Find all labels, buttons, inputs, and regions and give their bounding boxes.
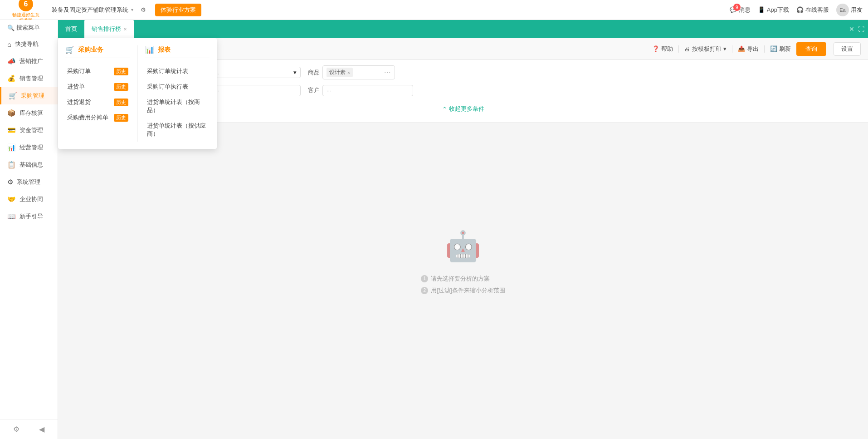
sidebar-item-label: 经营管理 (20, 143, 43, 152)
customer-label: 客户 (308, 86, 320, 94)
tab-home[interactable]: 首页 (58, 20, 84, 38)
tab-maximize-icon[interactable]: ⛶ (858, 25, 864, 33)
setting-button[interactable]: 设置 (834, 42, 861, 56)
gear-button[interactable]: ⚙ (137, 4, 150, 16)
sidebar-item-guide[interactable]: 📖 新手引导 (0, 208, 58, 225)
marketing-icon: 📣 (7, 57, 16, 65)
sidebar-item-label: 营销推广 (20, 57, 43, 65)
sidebar-item-label: 企业协同 (20, 195, 43, 203)
goods-more-icon[interactable]: ··· (384, 68, 391, 77)
tab-close-icon[interactable]: × (124, 26, 127, 32)
user-menu-button[interactable]: Ea 用友 (836, 4, 863, 16)
sales-icon: 💰 (7, 74, 16, 83)
dropdown-item-stock-stats-supplier[interactable]: 进货单统计表（按供应商） (145, 118, 210, 142)
system-title: 装备及固定资产辅助管理系统 ▾ (52, 6, 133, 14)
history-badge-0: 历史 (114, 68, 128, 75)
sidebar: 🔍 搜索菜单 ⌂ 快捷导航 📣 营销推广 💰 销售管理 🛒 采购管理 📦 (0, 20, 58, 439)
industry-button[interactable]: 体验行业方案 (155, 4, 201, 16)
system-title-arrow-icon[interactable]: ▾ (131, 7, 133, 12)
sidebar-item-label: 系统管理 (17, 178, 40, 186)
message-badge: 9 (733, 4, 741, 11)
empty-robot-icon: 🤖 (445, 229, 481, 263)
guide-icon: 📖 (7, 212, 16, 221)
message-button[interactable]: 💬 9 消息 (730, 6, 751, 14)
dropdown-item-stock-in[interactable]: 进货单 历史 (65, 79, 130, 94)
empty-text-item-1: 1 请先选择要分析的方案 (421, 273, 505, 285)
customer-select[interactable]: ··· (322, 85, 413, 96)
history-badge-2: 历史 (114, 99, 128, 106)
logo-area: 6 畅捷通好生意 标准版 (5, 0, 46, 23)
empty-text: 1 请先选择要分析的方案 2 用[过滤]条件来缩小分析范围 (421, 273, 505, 296)
management-icon: 📊 (7, 143, 16, 152)
dropdown-col-purchase: 🛒 采购业务 采购订单 历史 进货单 历史 进货退货 历史 采购费用分摊单 历史 (65, 45, 130, 142)
dropdown-item-stock-return[interactable]: 进货退货 历史 (65, 94, 130, 110)
step-2-icon: 2 (421, 287, 428, 294)
purchase-header-icon: 🛒 (65, 45, 74, 54)
settings-bottom-icon[interactable]: ⚙ (13, 425, 20, 434)
export-button[interactable]: 📤 导出 (738, 45, 759, 53)
app-download-button[interactable]: 📱 App下载 (758, 6, 789, 14)
search-menu-label: 搜索菜单 (16, 24, 40, 32)
system-title-text: 装备及固定资产辅助管理系统 (52, 6, 128, 14)
service-button[interactable]: 🎧 在线客服 (796, 6, 829, 14)
sidebar-item-label: 基础信息 (20, 161, 43, 169)
toolbar-divider-3 (764, 45, 765, 53)
tabs-bar: 首页 销售排行榜 × ✕ ⛶ (58, 20, 868, 38)
salesperson-select[interactable]: ··· (210, 85, 301, 96)
query-button[interactable]: 查询 (796, 42, 826, 56)
search-icon: 🔍 (7, 25, 15, 31)
sidebar-item-home[interactable]: ⌂ 快捷导航 (0, 35, 58, 53)
sidebar-item-cooperation[interactable]: 🤝 企业协同 (0, 191, 58, 208)
dropdown-item-order-stats[interactable]: 采购订单统计表 (145, 64, 210, 79)
collapse-icon: ⌃ (442, 106, 447, 113)
export-icon: 📤 (738, 45, 745, 52)
print-icon: 🖨 (684, 45, 690, 52)
sidebar-item-management[interactable]: 📊 经营管理 (0, 139, 58, 156)
sidebar-item-sales[interactable]: 💰 销售管理 (0, 70, 58, 87)
voucher-status-arrow-icon: ▾ (293, 69, 297, 76)
tab-close-all-icon[interactable]: ✕ (849, 25, 854, 33)
empty-state: 🤖 1 请先选择要分析的方案 2 用[过滤]条件来缩小分析范围 (58, 123, 868, 439)
dropdown-item-stock-stats-goods[interactable]: 进货单统计表（按商品） (145, 94, 210, 118)
tabs-right-icons: ✕ ⛶ (849, 25, 868, 33)
print-arrow-icon: ▾ (723, 45, 727, 52)
dropdown-item-purchase-order[interactable]: 采购订单 历史 (65, 64, 130, 79)
dropdown-col-purchase-header: 🛒 采购业务 (65, 45, 130, 58)
step-1-icon: 1 (421, 275, 428, 282)
tab-home-label: 首页 (65, 25, 77, 33)
filter-customer: 客户 ··· (308, 85, 413, 96)
collapse-sidebar-icon[interactable]: ◀ (39, 425, 44, 434)
purchase-dropdown-menu: 🛒 采购业务 采购订单 历史 进货单 历史 进货退货 历史 采购费用分摊单 历史 (58, 38, 217, 149)
logo-icon: 6 (19, 0, 33, 11)
dropdown-item-purchase-expense[interactable]: 采购费用分摊单 历史 (65, 110, 130, 125)
goods-label: 商品 (308, 69, 320, 77)
voucher-status-select[interactable]: ... ▾ (210, 67, 301, 78)
sidebar-item-system[interactable]: ⚙ 系统管理 (0, 173, 58, 191)
message-icon-wrapper: 💬 9 (730, 6, 737, 13)
inventory-icon: 📦 (7, 109, 16, 117)
refresh-button[interactable]: 🔄 刷新 (770, 45, 791, 53)
sidebar-item-marketing[interactable]: 📣 营销推广 (0, 53, 58, 70)
goods-tag-close-icon[interactable]: × (347, 70, 350, 75)
sidebar-item-inventory[interactable]: 📦 库存核算 (0, 104, 58, 122)
system-icon: ⚙ (7, 178, 13, 186)
history-badge-3: 历史 (114, 114, 128, 122)
sidebar-item-finance[interactable]: 💳 资金管理 (0, 122, 58, 139)
search-menu-button[interactable]: 🔍 搜索菜单 (0, 20, 58, 35)
toolbar-divider-2 (732, 45, 732, 53)
sidebar-item-label: 新手引导 (20, 212, 43, 221)
sidebar-item-label: 采购管理 (21, 92, 44, 100)
history-badge-1: 历史 (114, 83, 128, 91)
print-button[interactable]: 🖨 按模板打印 ▾ (684, 45, 727, 53)
sidebar-item-label: 快捷导航 (15, 40, 39, 48)
top-right: 💬 9 消息 📱 App下载 🎧 在线客服 Ea 用友 (730, 4, 863, 16)
goods-select[interactable]: 设计素 × ··· (322, 65, 395, 79)
headset-icon: 🎧 (796, 6, 804, 13)
cooperation-icon: 🤝 (7, 195, 16, 203)
sidebar-item-purchase[interactable]: 🛒 采购管理 (0, 87, 58, 104)
help-button[interactable]: ❓ 帮助 (652, 45, 673, 53)
tab-sales-rank[interactable]: 销售排行榜 × (84, 20, 134, 38)
empty-illustration: 🤖 (445, 229, 481, 266)
dropdown-item-order-exec[interactable]: 采购订单执行表 (145, 79, 210, 94)
sidebar-item-basic[interactable]: 📋 基础信息 (0, 156, 58, 173)
